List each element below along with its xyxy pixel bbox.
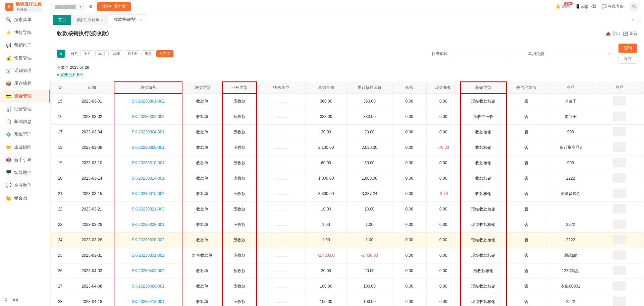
sidebar-item-quicknav[interactable]: ⚡快捷导航 <box>0 26 50 39</box>
col-partner[interactable]: 往来单位 <box>257 82 306 94</box>
partner-blurred <box>274 271 288 272</box>
sidebar-item-marketing[interactable]: 📢营销推广 <box>0 39 50 52</box>
sidebar-icon-system: ⚙️ <box>5 131 11 137</box>
col-goods2[interactable]: 商品 <box>595 82 644 94</box>
doc-no-link[interactable]: SK-20230301-002 <box>132 99 164 104</box>
sidebar-collapse-icon[interactable]: ◀◀ <box>12 297 18 302</box>
sidebar-item-hardware[interactable]: 🖥️智能硬件 <box>0 166 50 179</box>
online-service-btn[interactable]: 💬 在线客服 <box>602 4 624 9</box>
tab-prepayment[interactable]: 预(冲)应付单 × <box>72 15 108 25</box>
filter-expand-arrow[interactable]: » <box>57 50 65 58</box>
refresh-button[interactable]: 🔄 刷新 <box>623 31 637 37</box>
sidebar-label-sales: 销售管理 <box>14 55 32 61</box>
partner-input[interactable] <box>450 50 510 57</box>
sidebar-item-sales[interactable]: 💰销售管理 <box>0 52 50 64</box>
date-btn-more[interactable]: 更多 <box>142 50 155 57</box>
cell-date: 2023-03-15 <box>70 186 114 201</box>
sidebar-item-wechat[interactable]: 💬企业微信 <box>0 179 50 192</box>
col-doc-no[interactable]: 单据编号 <box>114 82 182 94</box>
doc-no-link[interactable]: SK-20230308-001 <box>132 145 164 150</box>
doc-no-link[interactable]: SK-20230310-001 <box>132 161 164 165</box>
col-date[interactable]: 日期 <box>70 82 114 94</box>
cell-date: 2023-03-01 <box>70 94 114 109</box>
cell-accum: 1,000.00 <box>347 171 392 186</box>
doc-no-link[interactable]: SK-20230315-002 <box>132 191 164 196</box>
sidebar-item-inventory[interactable]: 📦库存核算 <box>0 77 50 90</box>
tab-home[interactable]: 首页 <box>53 15 71 25</box>
col-biz-type[interactable]: 业务类型 <box>222 82 257 94</box>
cell-goods1 <box>546 201 595 217</box>
date-btn-custom[interactable]: 自定义 <box>156 50 173 57</box>
doc-no-link[interactable]: SK-20230314-001 <box>132 176 164 181</box>
cell-discount: 0.00 <box>426 294 461 306</box>
cell-doc-type: 收款单 <box>182 201 222 217</box>
cell-partner <box>257 171 306 186</box>
doc-no-link[interactable]: SK-20230328-001 <box>132 222 164 227</box>
sidebar-item-operations[interactable]: 📊经营管理 <box>0 103 50 115</box>
cell-goods1: 2222 <box>546 232 595 248</box>
sidebar-item-system[interactable]: ⚙️系统管理 <box>0 128 50 141</box>
doc-no-link[interactable]: SK-20230418-001 <box>132 299 164 304</box>
date-btn-this-year[interactable]: 本年 <box>110 50 123 57</box>
doc-no-link[interactable]: SK-20230304-001 <box>132 130 164 134</box>
col-amount[interactable]: 单据金额 <box>305 82 347 94</box>
table-row: 18 2023-03-08 SK-20230308-001 收款单 应收款 2,… <box>51 140 644 155</box>
data-table-container: ⚙ 日期 单据编号 单据类型 业务类型 往来单位 单据金额 累计核销金额 余额 … <box>50 81 644 306</box>
tab-collection-verify-close[interactable]: × <box>140 18 142 22</box>
sidebar-label-finance: 资金管理 <box>14 93 32 99</box>
sidebar-item-enterprise[interactable]: 🤝企业协同 <box>0 141 50 154</box>
col-discount[interactable]: 现金折扣 <box>426 82 461 94</box>
sidebar-item-member[interactable]: 👑畅会员 <box>0 192 50 204</box>
sidebar-settings-icon[interactable]: ⚙ <box>4 297 8 302</box>
tab-close-all-icon[interactable]: ✕ <box>631 17 635 22</box>
date-buttons: 上月 本月 本年 近7天 更多 自定义 <box>80 50 173 57</box>
doc-no-link[interactable]: SK-20230302-002 <box>132 114 164 119</box>
col-accum[interactable]: 累计核销金额 <box>347 82 392 94</box>
date-btn-last-month[interactable]: 上月 <box>80 50 94 57</box>
company-selector[interactable]: ████████ ▾ <box>51 3 84 10</box>
settings-gear-btn[interactable]: ⚙ <box>86 2 95 11</box>
query-button[interactable]: 查询 <box>619 44 637 53</box>
sidebar-item-basic[interactable]: 📋基础信息 <box>0 115 50 128</box>
cell-sn: 18 <box>51 140 70 155</box>
col-settings[interactable]: ⚙ <box>51 82 70 94</box>
sidebar-item-purchase[interactable]: 🛒采购管理 <box>0 64 50 77</box>
col-goods1[interactable]: 商品 <box>546 82 595 94</box>
cell-sn: 28 <box>51 294 70 306</box>
expand-more-btn[interactable]: ▾ 展开更多条件 <box>57 72 84 78</box>
doc-no-link[interactable]: SK-20230328-002 <box>132 238 164 242</box>
doc-no-link[interactable]: SK-20230331-002 <box>132 253 164 258</box>
app-download-btn[interactable]: 📱 App下载 <box>575 4 596 9</box>
message-area[interactable]: 🔔 消息 99+ <box>555 4 570 9</box>
doc-no-link[interactable]: SK-20230403-002 <box>132 268 164 273</box>
cell-discount: 0.00 <box>426 217 461 232</box>
col-verify-type[interactable]: 核销类型 <box>461 82 506 94</box>
sidebar-item-finance[interactable]: 💳资金管理 <box>0 90 50 103</box>
cell-date: 2023-03-10 <box>70 155 114 171</box>
tab-maximize-icon[interactable]: ⛶ <box>637 17 641 22</box>
date-btn-7days[interactable]: 近7天 <box>125 50 140 57</box>
sidebar-item-guide[interactable]: 🎯新手引导 <box>0 154 50 166</box>
cell-biz-type: 应收款 <box>222 248 257 263</box>
filter-settings-button[interactable]: 设置 <box>619 54 637 64</box>
user-avatar[interactable]: Rit <box>629 2 639 11</box>
cell-biz-type: 应收款 <box>222 94 257 109</box>
tab-prepayment-close[interactable]: × <box>101 18 103 22</box>
cell-discount: 0.00 <box>426 124 461 140</box>
solution-button[interactable]: 体验行业方案 <box>97 2 131 11</box>
export-button[interactable]: 📤 导出 <box>606 31 620 37</box>
sidebar-label-system: 系统管理 <box>14 131 32 137</box>
col-balance[interactable]: 余额 <box>392 82 426 94</box>
sidebar-item-search[interactable]: 🔍搜索菜单 <box>0 13 50 26</box>
tab-bar-right: ✕ ⛶ <box>631 17 641 22</box>
cell-partner <box>257 186 306 201</box>
date-btn-this-month[interactable]: 本月 <box>95 50 109 57</box>
doc-no-link[interactable]: SK-20230321-003 <box>132 207 164 211</box>
cell-verify-type: 预收款核销 <box>461 263 506 279</box>
col-settled[interactable]: 包含已结清 <box>506 82 546 94</box>
tab-collection-verify[interactable]: 收款核销执行 × <box>109 14 147 25</box>
col-doc-type[interactable]: 单据类型 <box>182 82 222 94</box>
doc-type-input[interactable] <box>546 50 613 57</box>
cell-sn: 25 <box>51 248 70 263</box>
doc-no-link[interactable]: SK-20230408-001 <box>132 284 164 289</box>
